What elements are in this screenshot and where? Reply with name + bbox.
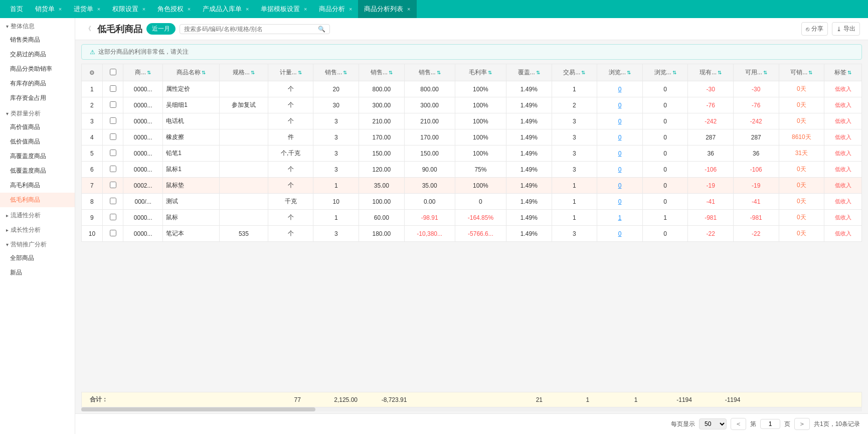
col-trade[interactable]: 交易...⇅ [552, 64, 597, 81]
prev-page-button[interactable]: ＜ [731, 418, 746, 430]
current-page-input[interactable] [760, 419, 780, 429]
close-icon[interactable]: × [304, 6, 307, 12]
sidebar-item-all-goods[interactable]: 全部商品 [0, 251, 75, 265]
row-checkbox[interactable] [102, 178, 123, 194]
col-gross-rate[interactable]: 毛利率⇅ [455, 64, 506, 81]
sidebar-item-category-rate[interactable]: 商品分类助销率 [0, 62, 75, 76]
close-icon[interactable]: × [59, 6, 62, 12]
collapse-sidebar-button[interactable]: 《 [83, 24, 93, 34]
sidebar-item-new-goods[interactable]: 新品 [0, 265, 75, 280]
row-select-checkbox[interactable] [110, 133, 116, 140]
sidebar-item-traded-goods[interactable]: 交易过的商品 [0, 47, 75, 62]
row-select-checkbox[interactable] [110, 85, 116, 92]
sidebar-item-low-value[interactable]: 低价值商品 [0, 134, 75, 149]
sidebar-group-cluster[interactable]: ▾ 类群量分析 [0, 105, 75, 120]
search-input[interactable] [184, 26, 318, 33]
row-checkbox[interactable] [102, 146, 123, 162]
nav-item-sales[interactable]: 销货单 × [29, 0, 68, 18]
sidebar-item-sales-goods[interactable]: 销售类商品 [0, 33, 75, 47]
row-browse1[interactable]: 0 [597, 97, 643, 113]
close-icon[interactable]: × [142, 6, 145, 12]
col-tag[interactable]: 标签⇅ [824, 64, 862, 81]
col-browse2[interactable]: 浏览...⇅ [642, 64, 688, 81]
row-select-checkbox[interactable] [110, 166, 116, 172]
row-select-checkbox[interactable] [110, 230, 116, 236]
next-page-button[interactable]: ＞ [794, 418, 810, 430]
row-tag: 低收入 [824, 194, 862, 210]
sidebar-group-overall[interactable]: ▾ 整体信息 [0, 18, 75, 33]
col-unit[interactable]: 计量...⇅ [268, 64, 313, 81]
nav-item-template[interactable]: 单据模板设置 × [255, 0, 313, 18]
close-icon[interactable]: × [188, 6, 191, 12]
close-icon[interactable]: × [407, 6, 410, 12]
nav-item-permissions[interactable]: 权限设置 × [106, 0, 151, 18]
nav-item-purchase[interactable]: 进货单 × [68, 0, 106, 18]
table-container[interactable]: ⚙ 商...⇅ 商品名称⇅ 规格...⇅ 计量...⇅ 销售...⇅ 销售...… [81, 64, 862, 388]
row-browse1[interactable]: 0 [597, 146, 643, 162]
col-available[interactable]: 可用...⇅ [733, 64, 779, 81]
row-browse1[interactable]: 0 [597, 129, 643, 146]
row-browse1[interactable]: 0 [597, 162, 643, 178]
row-checkbox[interactable] [102, 129, 123, 146]
col-code[interactable]: 商...⇅ [123, 64, 163, 81]
sidebar-group-growth[interactable]: ▸ 成长性分析 [0, 222, 75, 236]
col-sales-qty[interactable]: 销售...⇅ [313, 64, 359, 81]
nav-item-home[interactable]: 首页 [4, 0, 29, 18]
row-checkbox[interactable] [102, 226, 123, 242]
sidebar-item-high-margin[interactable]: 高毛利商品 [0, 178, 75, 193]
row-select-checkbox[interactable] [110, 101, 116, 108]
row-browse1[interactable]: 0 [597, 226, 643, 242]
row-select-checkbox[interactable] [110, 198, 116, 204]
select-all-checkbox[interactable] [110, 69, 116, 75]
nav-item-product-inbound[interactable]: 产成品入库单 × [197, 0, 255, 18]
row-checkbox[interactable] [102, 97, 123, 113]
row-checkbox[interactable] [102, 194, 123, 210]
sidebar-group-marketing[interactable]: ▾ 营销推广分析 [0, 236, 75, 251]
close-icon[interactable]: × [246, 6, 249, 12]
row-browse1[interactable]: 0 [597, 81, 643, 97]
sidebar-item-inventory-fund[interactable]: 库存资金占用 [0, 91, 75, 105]
table-row: 8 000/... 测试 千克 10 100.00 0.00 0 1.49% 1… [82, 194, 862, 210]
sidebar-group-liquidity[interactable]: ▸ 流通性分析 [0, 207, 75, 222]
filter-recent-month-button[interactable]: 近一月 [146, 23, 176, 35]
row-browse1[interactable]: 0 [597, 178, 643, 194]
sidebar-item-low-coverage[interactable]: 低覆盖度商品 [0, 164, 75, 178]
row-browse1[interactable]: 0 [597, 194, 643, 210]
col-saleable[interactable]: 可销...⇅ [779, 64, 824, 81]
col-checkbox[interactable] [102, 64, 123, 81]
col-spec[interactable]: 规格...⇅ [219, 64, 268, 81]
col-settings[interactable]: ⚙ [82, 64, 103, 81]
col-name[interactable]: 商品名称⇅ [163, 64, 220, 81]
close-icon[interactable]: × [349, 6, 352, 12]
nav-item-analysis-list[interactable]: 商品分析列表 × [358, 0, 416, 18]
row-select-checkbox[interactable] [110, 117, 116, 124]
row-browse1[interactable]: 1 [597, 210, 643, 226]
nav-item-product-analysis[interactable]: 商品分析 × [313, 0, 358, 18]
close-icon[interactable]: × [97, 6, 100, 12]
col-cover-rate[interactable]: 覆盖...⇅ [506, 64, 552, 81]
nav-item-roles[interactable]: 角色授权 × [151, 0, 197, 18]
share-button[interactable]: ⎋ 分享 [801, 22, 828, 36]
row-select-checkbox[interactable] [110, 214, 116, 220]
col-sales-price[interactable]: 销售...⇅ [359, 64, 405, 81]
page-size-select[interactable]: 50 20 100 [699, 418, 727, 429]
sidebar-item-low-margin[interactable]: 低毛利商品 [0, 193, 75, 207]
row-select-checkbox[interactable] [110, 150, 116, 156]
sidebar-item-in-stock[interactable]: 有库存的商品 [0, 76, 75, 91]
export-button[interactable]: ⤓ 导出 [832, 22, 860, 36]
row-available: -19 [733, 178, 779, 194]
row-browse1[interactable]: 0 [597, 113, 643, 129]
horizontal-scrollbar[interactable] [81, 407, 862, 411]
scrollbar-thumb[interactable] [81, 407, 315, 411]
row-select-checkbox[interactable] [110, 182, 116, 188]
col-sales-amount[interactable]: 销售...⇅ [404, 64, 455, 81]
col-browse1[interactable]: 浏览...⇅ [597, 64, 643, 81]
row-checkbox[interactable] [102, 162, 123, 178]
sidebar-item-high-coverage[interactable]: 高覆盖度商品 [0, 149, 75, 164]
row-checkbox[interactable] [102, 113, 123, 129]
search-icon[interactable]: 🔍 [318, 26, 325, 33]
row-checkbox[interactable] [102, 81, 123, 97]
col-current[interactable]: 现有...⇅ [688, 64, 734, 81]
sidebar-item-high-value[interactable]: 高价值商品 [0, 120, 75, 134]
row-checkbox[interactable] [102, 210, 123, 226]
